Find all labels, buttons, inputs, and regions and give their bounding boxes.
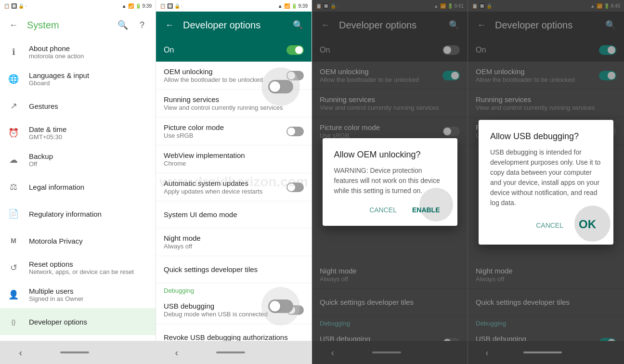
system-panel: 📋 🔲 🔒 · ▲ 📶 🔋 9:39 ← System 🔍 ? ℹ About … — [0, 0, 156, 364]
sidebar-item-privacy[interactable]: M Motorola Privacy — [0, 227, 156, 254]
battery-icon: 🔋 — [135, 3, 141, 9]
languages-label: Languages & input — [29, 71, 89, 79]
usb-large-toggle — [268, 299, 293, 313]
usb-cancel-btn[interactable]: Cancel — [530, 218, 569, 233]
picture-color-row[interactable]: Picture color mode Use sRGB — [156, 117, 312, 145]
wifi-icon-mid: ▲ — [278, 3, 283, 9]
oem-large-toggle — [268, 80, 293, 93]
users-label: Multiple users — [29, 287, 83, 295]
night-sub: Always off — [164, 243, 304, 250]
sidebar-item-users[interactable]: 👤 Multiple users Signed in as Owner — [0, 281, 156, 308]
webview-row[interactable]: WebView implementation Chrome — [156, 145, 312, 173]
status-mid-left: 📋 🔲 🔒 · — [160, 3, 182, 9]
reset-sub: Network, apps, or device can be reset — [29, 268, 134, 275]
oem-circle-illustration — [261, 67, 300, 106]
status-left-icons: 📋 🔲 🔒 · — [4, 3, 26, 9]
on-label: On — [164, 46, 174, 54]
battery-icon-mid: 🔋 — [291, 3, 297, 9]
usb-dialog-body: USB debugging is intended for developmen… — [490, 147, 602, 208]
appbar-title-mid: Developer options — [183, 20, 285, 31]
regulatory-label: Regulatory information — [29, 210, 102, 218]
search-button-left[interactable]: 🔍 — [117, 19, 129, 31]
usb-ok-btn[interactable]: OK — [573, 214, 602, 234]
oem-dialog-actions: Cancel Enable — [334, 206, 446, 214]
ui-demo-row[interactable]: System UI demo mode — [156, 201, 312, 228]
about-label: About phone — [29, 44, 84, 52]
picture-toggle[interactable] — [286, 127, 304, 136]
auto-updates-row[interactable]: Automatic system updates Apply updates w… — [156, 173, 312, 201]
picture-sub: Use sRGB — [164, 132, 286, 139]
bottom-nav-left: ‹ — [0, 341, 156, 364]
usb-dialog-panel: 📋 🔲 🔒 · ▲ 📶 🔋 8:40 ← Developer options 🔍… — [468, 0, 624, 364]
usb-dialog-overlay: Allow USB debugging? USB debugging is in… — [468, 0, 624, 364]
quick-tiles-title: Quick settings developer tiles — [164, 265, 304, 273]
status-bar-left: 📋 🔲 🔒 · ▲ 📶 🔋 9:39 — [0, 0, 156, 12]
legal-icon: ⚖ — [8, 181, 19, 193]
status-mid-right: ▲ 📶 🔋 9:39 — [278, 3, 308, 9]
revoke-usb-row[interactable]: Revoke USB debugging authorizations — [156, 324, 312, 341]
datetime-sub: GMT+05:30 — [29, 133, 66, 141]
sidebar-item-developer[interactable]: {} Developer options — [0, 308, 156, 335]
gestures-label: Gestures — [29, 102, 58, 110]
usb-dialog: Allow USB debugging? USB debugging is in… — [479, 120, 613, 245]
regulatory-icon: 📄 — [8, 208, 19, 220]
signal-icon-mid: 📶 — [284, 3, 290, 9]
oem-cancel-btn[interactable]: Cancel — [364, 202, 403, 218]
sidebar-item-updates[interactable]: 📱 System updates Updated to Android 9 — [0, 335, 156, 341]
sidebar-item-about[interactable]: ℹ About phone motorola one action — [0, 39, 156, 65]
sidebar-item-gestures[interactable]: ↗ Gestures — [0, 92, 156, 119]
sidebar-item-legal[interactable]: ⚖ Legal information — [0, 173, 156, 200]
back-nav-mid[interactable]: ‹ — [175, 347, 178, 358]
appbar-mid: ← Developer options 🔍 — [156, 12, 312, 39]
night-mode-row[interactable]: Night mode Always off — [156, 228, 312, 256]
auto-title: Automatic system updates — [164, 179, 286, 187]
on-toggle[interactable] — [286, 45, 304, 55]
auto-sub: Apply updates when device restarts — [164, 188, 286, 195]
sidebar-item-backup[interactable]: ☁ Backup Off — [0, 146, 156, 173]
search-button-mid[interactable]: 🔍 — [292, 19, 304, 31]
status-bar-mid: 📋 🔲 🔒 · ▲ 📶 🔋 9:39 — [156, 0, 312, 12]
backup-icon: ☁ — [8, 154, 19, 166]
picture-title: Picture color mode — [164, 123, 286, 131]
ok-btn-wrapper: OK — [573, 218, 602, 233]
back-nav-left[interactable]: ‹ — [19, 347, 22, 358]
languages-sub: Gboard — [29, 79, 89, 87]
revoke-title: Revoke USB debugging authorizations — [164, 333, 304, 341]
oem-dialog-overlay: Allow OEM unlocking? WARNING: Device pro… — [312, 0, 468, 364]
quick-tiles-row[interactable]: Quick settings developer tiles — [156, 256, 312, 283]
sidebar-item-regulatory[interactable]: 📄 Regulatory information — [0, 200, 156, 227]
ui-demo-title: System UI demo mode — [164, 210, 304, 219]
usb-dialog-actions: Cancel OK — [490, 218, 602, 233]
wifi-icon: ▲ — [122, 3, 127, 9]
oem-dialog-title: Allow OEM unlocking? — [334, 150, 446, 160]
info-icon: ℹ — [8, 46, 19, 58]
oem-dialog-panel: 📋 🔲 🔒 · ▲ 📶 🔋 9:41 ← Developer options 🔍… — [312, 0, 468, 364]
backup-label: Backup — [29, 152, 53, 160]
sidebar-item-reset[interactable]: ↺ Reset options Network, apps, or device… — [0, 254, 156, 281]
night-title: Night mode — [164, 234, 304, 242]
oem-large-knob — [270, 81, 280, 92]
sidebar-item-datetime[interactable]: ⏰ Date & time GMT+05:30 — [0, 119, 156, 146]
oem-enable-btn[interactable]: Enable — [406, 202, 446, 218]
webview-sub: Chrome — [164, 160, 304, 167]
users-icon: 👤 — [8, 289, 19, 300]
help-button-left[interactable]: ? — [136, 19, 148, 31]
usb-dialog-title: Allow USB debugging? — [490, 131, 602, 142]
on-toggle-knob — [295, 46, 303, 54]
home-indicator-left — [60, 351, 89, 353]
auto-toggle[interactable] — [286, 182, 304, 192]
gestures-icon: ↗ — [8, 100, 19, 112]
sidebar-list: ℹ About phone motorola one action 🌐 Lang… — [0, 39, 156, 341]
back-button-mid[interactable]: ← — [164, 19, 175, 31]
notification-icons: 📋 🔲 🔒 · — [4, 3, 26, 9]
back-button-left[interactable]: ← — [8, 19, 19, 31]
usb-large-knob — [270, 301, 280, 312]
on-row[interactable]: On — [156, 39, 312, 62]
appbar-left: ← System 🔍 ? — [0, 12, 156, 39]
webview-title: WebView implementation — [164, 151, 304, 159]
backup-sub: Off — [29, 160, 53, 168]
bottom-nav-mid: ‹ — [156, 341, 312, 364]
oem-dialog: Allow OEM unlocking? WARNING: Device pro… — [323, 138, 457, 226]
sidebar-item-languages[interactable]: 🌐 Languages & input Gboard — [0, 65, 156, 92]
time-left: 9:39 — [143, 3, 152, 9]
